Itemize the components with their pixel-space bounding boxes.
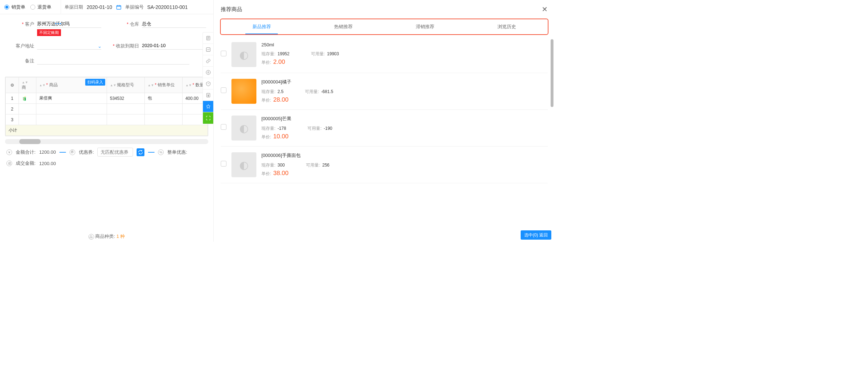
stock-label: 现存量:: [261, 51, 275, 56]
radio-icon: [4, 5, 9, 10]
chevron-down-icon[interactable]: ⌄: [98, 44, 102, 49]
avail-value: -190: [324, 126, 332, 131]
svg-point-3: [206, 70, 210, 75]
product-name: [0000005]芒果: [261, 116, 548, 122]
doc-num-label: 单据编号: [125, 4, 144, 10]
customer-input[interactable]: [37, 20, 101, 28]
tool-swap-icon[interactable]: [203, 67, 213, 78]
rec-item[interactable]: ◐ 250ml 现存量:19952 可用量:19903 单价:2.00: [221, 36, 548, 73]
table-row[interactable]: 1🧃果倍爽534532包400.00: [6, 93, 208, 104]
due-label: 收款到期日: [112, 42, 139, 49]
svg-rect-0: [117, 5, 121, 9]
rec-title: 推荐商品: [221, 6, 242, 13]
rec-item[interactable]: [0000004]橘子 现存量:2.5 可用量:-681.5 单价:28.00: [221, 73, 548, 110]
stock-value: 300: [277, 163, 285, 168]
amount-value: 1200.00: [39, 149, 56, 155]
minus-icon: —: [148, 148, 154, 156]
subtotal-row: 小计: [6, 125, 208, 136]
doc-date[interactable]: 2020-01-10: [87, 4, 112, 10]
col-unit[interactable]: 销售单位: [158, 82, 175, 87]
avail-label: 可用量:: [305, 89, 319, 94]
kinds-icon: 品: [88, 234, 94, 240]
price-label: 单价:: [261, 60, 271, 65]
tab-return-label: 退货单: [37, 4, 51, 10]
rec-tab-slow[interactable]: 滞销推荐: [384, 19, 466, 34]
coupon-icon: 券: [70, 149, 75, 155]
col-spec[interactable]: 规格型号: [117, 82, 134, 87]
tab-sales-label: 销货单: [11, 4, 25, 10]
coupon-label: 优惠券:: [79, 149, 94, 155]
rec-tabs: 新品推荐 热销推荐 滞销推荐 浏览历史: [220, 19, 548, 35]
stock-value: 19952: [277, 51, 289, 56]
close-icon[interactable]: ✕: [542, 5, 548, 14]
rec-tab-new[interactable]: 新品推荐: [221, 19, 302, 34]
amount-label: 金额合计:: [16, 149, 36, 155]
rec-tab-hot[interactable]: 热销推荐: [302, 19, 384, 34]
kinds-suffix: 种: [120, 234, 125, 239]
table-row[interactable]: 2: [6, 104, 208, 114]
product-name: 250ml: [261, 42, 548, 47]
tab-sales[interactable]: 销货单: [4, 4, 25, 10]
avail-label: 可用量:: [306, 163, 320, 168]
price-value: 28.00: [273, 96, 289, 103]
tool-currency-icon[interactable]: [203, 90, 213, 101]
rec-checkbox[interactable]: [221, 124, 226, 130]
rec-checkbox[interactable]: [221, 161, 226, 167]
due-input[interactable]: [142, 42, 206, 50]
tool-chart-icon[interactable]: [203, 44, 213, 55]
remark-input[interactable]: [37, 57, 189, 65]
kinds-value: 1: [117, 234, 119, 239]
coupon-input[interactable]: [97, 148, 133, 157]
tool-bag-icon[interactable]: [203, 78, 213, 90]
rec-item[interactable]: ◐ [0000006]手撕面包 现存量:300 可用量:256 单价:38.00: [221, 147, 548, 183]
stock-label: 现存量:: [261, 163, 275, 168]
customer-label: 客户: [7, 20, 34, 27]
price-value: 2.00: [273, 58, 285, 65]
tool-star-icon[interactable]: [203, 101, 213, 112]
radio-icon: [30, 5, 35, 10]
addr-label: 客户地址: [7, 42, 34, 49]
price-label: 单价:: [261, 171, 271, 176]
deal-icon: 成: [6, 160, 12, 166]
tool-expand-icon[interactable]: [203, 112, 213, 124]
avail-label: 可用量:: [307, 126, 321, 131]
kinds-label: 商品种类:: [95, 234, 115, 239]
customer-badge: 不固定账期: [37, 29, 61, 36]
refresh-icon[interactable]: [137, 148, 144, 156]
addr-input[interactable]: [37, 42, 101, 50]
tool-link-icon[interactable]: [203, 55, 213, 67]
warehouse-input[interactable]: [142, 20, 206, 28]
v-scrollbar[interactable]: [551, 39, 553, 107]
price-value: 10.00: [273, 133, 289, 140]
product-thumb: [231, 79, 256, 104]
select-return-button[interactable]: 选中(0) 返回: [521, 230, 551, 240]
price-label: 单价:: [261, 134, 271, 139]
rec-checkbox[interactable]: [221, 51, 226, 56]
doc-date-label: 单据日期: [65, 4, 83, 10]
deal-value: 1200.00: [39, 161, 56, 166]
items-grid: ⚙ ▲▼商 ▲▼* 商品 扫码录入 ▲▼规格型号 ▲▼* 销售单位 ▲▼* 数量…: [5, 77, 208, 136]
tab-return[interactable]: 退货单: [30, 4, 51, 10]
col-img[interactable]: 商: [22, 85, 26, 90]
rec-checkbox[interactable]: [221, 87, 226, 93]
rec-tab-history[interactable]: 浏览历史: [466, 19, 548, 34]
warehouse-label: 仓库: [112, 20, 139, 27]
col-product[interactable]: 商品: [49, 82, 58, 87]
calendar-icon[interactable]: [116, 4, 122, 10]
rec-item[interactable]: ◐ [0000005]芒果 现存量:-178 可用量:-190 单价:10.00: [221, 110, 548, 147]
product-thumb: ◐: [231, 42, 256, 67]
h-scrollbar[interactable]: [5, 139, 208, 144]
product-thumb: ◐: [231, 152, 256, 177]
price-label: 单价:: [261, 98, 271, 103]
stock-value: -178: [277, 126, 286, 131]
scan-button[interactable]: 扫码录入: [85, 79, 105, 86]
tool-note-icon[interactable]: [203, 32, 213, 44]
avail-value: 19903: [327, 51, 339, 56]
avail-label: 可用量:: [311, 51, 325, 56]
yen-icon: ¥: [6, 149, 12, 155]
customer-lookup-icon[interactable]: •••: [55, 21, 62, 26]
gear-icon[interactable]: ⚙: [6, 77, 19, 93]
avail-value: 256: [322, 163, 330, 168]
avail-value: -681.5: [321, 89, 333, 94]
table-row[interactable]: 3: [6, 114, 208, 125]
